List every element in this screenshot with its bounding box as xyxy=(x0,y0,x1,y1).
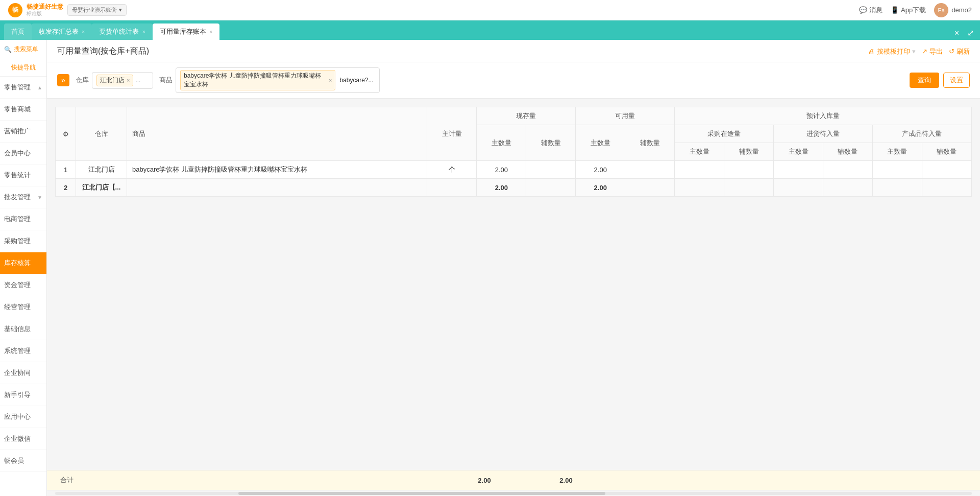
sidebar-label-wechat: 企业微信 xyxy=(4,434,31,443)
sidebar-arrow-wholesale-mgmt: ▼ xyxy=(37,195,42,200)
row2-stock-main: 2.00 xyxy=(477,179,526,197)
tab-order[interactable]: 要货单统计表 × xyxy=(92,23,152,40)
expand-button[interactable]: ⤢ xyxy=(965,26,976,40)
sidebar-label-member: 会员中心 xyxy=(4,149,31,158)
th-pro-main: 主数量 xyxy=(872,143,922,161)
brand-edition: 标准版 xyxy=(27,11,63,17)
tab-order-close[interactable]: × xyxy=(142,29,145,35)
tab-inventory[interactable]: 可用量库存账本 × xyxy=(153,23,219,40)
row1-pi-aux xyxy=(823,161,873,179)
export-icon: ↗ xyxy=(922,48,927,55)
settings-icon[interactable]: ⚙ xyxy=(63,130,69,138)
row2-unit xyxy=(427,179,477,197)
row2-pro-main xyxy=(872,179,922,197)
scrollbar-track[interactable] xyxy=(55,492,972,495)
tab-inventory-close[interactable]: × xyxy=(209,29,212,35)
message-button[interactable]: 💬 消息 xyxy=(859,6,883,15)
close-all-button[interactable]: × xyxy=(952,27,961,40)
tab-receivable-label: 收发存汇总表 xyxy=(39,27,79,36)
sidebar-label-purchase: 采购管理 xyxy=(4,237,31,246)
sidebar-item-retail-mgmt[interactable]: 零售管理 ▲ xyxy=(0,77,46,99)
row1-product: babycare学饮杯 儿童防摔防撞吸管杯重力球吸嘴杯宝宝水杯 xyxy=(127,161,427,179)
user-button[interactable]: Ea demo2 xyxy=(934,3,972,17)
th-pro-aux: 辅数量 xyxy=(922,143,971,161)
sidebar-item-operations[interactable]: 经营管理 xyxy=(0,296,46,318)
th-index: ⚙ xyxy=(56,107,76,161)
sidebar-item-ecommerce[interactable]: 电商管理 xyxy=(0,208,46,230)
th-stock-main: 主数量 xyxy=(477,125,526,161)
sidebar-item-vip[interactable]: 畅会员 xyxy=(0,450,46,472)
sidebar-item-retail-shop[interactable]: 零售商城 xyxy=(0,99,46,121)
row1-pro-aux xyxy=(922,161,971,179)
footer-avail-main: 2.00 xyxy=(546,477,586,484)
row2-avail-aux xyxy=(625,179,675,197)
sidebar-item-inventory-check[interactable]: 库存核算 xyxy=(0,252,46,274)
sidebar-item-marketing[interactable]: 营销推广 xyxy=(0,121,46,143)
th-stock-aux: 辅数量 xyxy=(526,125,576,161)
sidebar-item-finance[interactable]: 资金管理 xyxy=(0,274,46,296)
th-product-in: 产成品待入量 xyxy=(872,125,971,143)
tab-home[interactable]: 首页 xyxy=(4,23,32,40)
logo-icon: 畅 xyxy=(8,3,22,17)
product-tag: babycare学饮杯 儿童防摔防撞吸管杯重力球吸嘴杯宝宝水杯 × xyxy=(180,70,335,90)
filter-actions: 查询 设置 xyxy=(910,73,970,88)
quick-nav-label: 快捷导航 xyxy=(11,64,36,71)
sidebar-item-basic-info[interactable]: 基础信息 xyxy=(0,318,46,340)
refresh-button[interactable]: ↺ 刷新 xyxy=(949,47,970,56)
th-purchase-in: 进货待入量 xyxy=(774,125,873,143)
sidebar-search[interactable]: 🔍 搜索菜单 xyxy=(0,40,46,59)
app-download-button[interactable]: 📱 App下载 xyxy=(891,6,926,15)
template-print-button[interactable]: 🖨 按模板打印 ▾ xyxy=(868,47,916,56)
sidebar-item-app-center[interactable]: 应用中心 xyxy=(0,406,46,428)
nav-tabs: 首页 收发存汇总表 × 要货单统计表 × 可用量库存账本 × × ⤢ xyxy=(0,20,980,40)
row1-avail-main: 2.00 xyxy=(576,161,625,179)
sidebar-item-purchase[interactable]: 采购管理 xyxy=(0,230,46,252)
company-name: 母婴行业演示账套 xyxy=(72,6,117,14)
th-pt-main: 主数量 xyxy=(675,143,724,161)
sidebar-item-wechat[interactable]: 企业微信 xyxy=(0,428,46,450)
th-available: 可用量 xyxy=(576,107,675,125)
sidebar-quick-nav[interactable]: 快捷导航 xyxy=(0,59,46,77)
sidebar-item-retail-stats[interactable]: 零售统计 xyxy=(0,164,46,186)
footer-row: 合计 2.00 2.00 xyxy=(55,470,972,490)
warehouse-tag-remove[interactable]: × xyxy=(127,77,130,83)
query-button[interactable]: 查询 xyxy=(910,73,939,88)
sidebar-label-marketing: 营销推广 xyxy=(4,127,31,136)
setting-button[interactable]: 设置 xyxy=(943,73,970,88)
row1-index: 1 xyxy=(56,161,76,179)
top-header: 畅 畅捷通好生意 标准版 母婴行业演示账套 ▾ 💬 消息 📱 App下载 Ea … xyxy=(0,0,980,20)
sidebar-label-inventory-check: 库存核算 xyxy=(4,258,31,268)
page-title: 可用量查询(按仓库+商品) xyxy=(57,46,149,57)
company-arrow: ▾ xyxy=(119,7,122,13)
sidebar-label-wholesale-mgmt: 批发管理 xyxy=(4,193,31,202)
tab-receivable-close[interactable]: × xyxy=(82,29,85,35)
row2-product xyxy=(127,179,427,197)
brand-name: 畅捷通好生意 xyxy=(27,3,63,10)
scrollbar-thumb[interactable] xyxy=(238,492,605,495)
tab-receivable[interactable]: 收发存汇总表 × xyxy=(32,23,92,40)
tab-order-label: 要货单统计表 xyxy=(99,27,139,36)
export-button[interactable]: ↗ 导出 xyxy=(922,47,943,56)
th-purchase-transit: 采购在途量 xyxy=(675,125,774,143)
app-label: App下载 xyxy=(901,6,926,15)
sidebar-item-enterprise[interactable]: 企业协同 xyxy=(0,362,46,384)
product-filter-input[interactable]: babycare学饮杯 儿童防摔防撞吸管杯重力球吸嘴杯宝宝水杯 × babyca… xyxy=(176,67,380,93)
th-current-stock: 现存量 xyxy=(477,107,576,125)
warehouse-more[interactable]: ... xyxy=(135,77,140,84)
sidebar-label-retail-shop: 零售商城 xyxy=(4,105,31,114)
sidebar-label-basic-info: 基础信息 xyxy=(4,324,31,334)
page-header: 可用量查询(按仓库+商品) 🖨 按模板打印 ▾ ↗ 导出 ↺ 刷新 xyxy=(47,40,980,62)
sidebar-item-system[interactable]: 系统管理 xyxy=(0,340,46,362)
filter-bar: » 仓库 江北门店 × ... 商品 babycare学饮杯 儿童防摔防撞吸管杯… xyxy=(47,62,980,99)
warehouse-tag: 江北门店 × xyxy=(96,75,133,86)
sidebar-item-member[interactable]: 会员中心 xyxy=(0,143,46,164)
filter-expand-button[interactable]: » xyxy=(57,74,69,86)
row1-warehouse: 江北门店 xyxy=(76,161,127,179)
product-tag-remove[interactable]: × xyxy=(329,77,332,83)
company-selector[interactable]: 母婴行业演示账套 ▾ xyxy=(67,4,127,16)
th-pi-main: 主数量 xyxy=(774,143,823,161)
sidebar-item-wholesale-mgmt[interactable]: 批发管理 ▼ xyxy=(0,186,46,208)
warehouse-filter-input[interactable]: 江北门店 × ... xyxy=(92,72,153,89)
sidebar-item-guide[interactable]: 新手引导 xyxy=(0,384,46,406)
row1-pro-main xyxy=(872,161,922,179)
